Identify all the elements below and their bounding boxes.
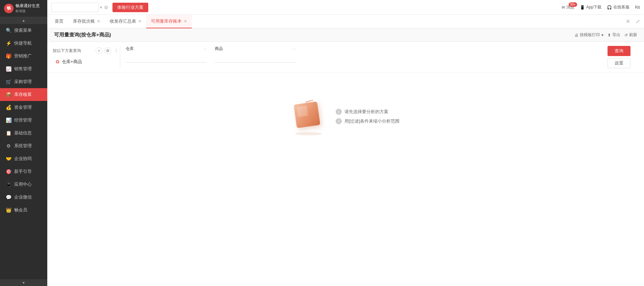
scheme-item-warehouse-product[interactable]: ♻ 仓库+商品 — [53, 57, 120, 67]
handshake-icon: 🤝 — [5, 156, 11, 162]
topbar-gear-icon[interactable]: ⚙ — [104, 5, 108, 10]
hint-text-1: 请先选择要分析的方案 — [344, 109, 388, 115]
tab-batch-ledger-label: 库存批次账 — [73, 18, 95, 24]
filter-field-warehouse-header: 仓库 ··· — [126, 46, 207, 52]
tab-batch-ledger-close[interactable]: ✕ — [97, 19, 100, 24]
sidebar-item-app-center[interactable]: 📱 应用中心 — [0, 178, 47, 191]
export-button[interactable]: ⬆ 导出 — [608, 32, 620, 38]
hint-num-2: 2 — [336, 118, 342, 124]
sidebar-item-label: 快捷导航 — [14, 40, 32, 46]
app-icon: 📱 — [5, 181, 11, 187]
wechat-icon: 💬 — [5, 194, 11, 200]
sidebar-item-label: 企业微信 — [14, 194, 32, 200]
tab-avail-ledger[interactable]: 可用量库存账本 ✕ — [146, 15, 192, 28]
shortcut-icon: ⚡ — [5, 40, 11, 46]
page-header-actions: 🖨 按模板打印 ▾ ⬆ 导出 ↺ 刷新 — [574, 32, 637, 38]
phone-icon: 📱 — [580, 5, 585, 10]
hint-item-1: 1 请先选择要分析的方案 — [336, 109, 400, 115]
gear-icon: ⚙ — [5, 143, 11, 149]
app-label: App下载 — [586, 4, 601, 10]
hint-text-2: 用[过滤]条件来缩小分析范围 — [344, 118, 400, 124]
product-label: 商品 — [215, 46, 223, 52]
sidebar-item-wechat[interactable]: 💬 企业微信 — [0, 191, 47, 204]
tab-recv-summary-close[interactable]: ✕ — [138, 19, 141, 24]
product-input[interactable] — [215, 53, 296, 62]
tab-recv-summary[interactable]: 收发存汇总表 ✕ — [105, 15, 146, 28]
sidebar-item-purchase[interactable]: 🛒 采购管理 — [0, 75, 47, 88]
warehouse-input[interactable] — [126, 53, 207, 62]
trial-button[interactable]: 体验行业方案 — [112, 3, 148, 12]
print-button[interactable]: 🖨 按模板打印 ▾ — [574, 32, 603, 38]
sidebar-scroll-up[interactable]: ▲ — [0, 17, 47, 24]
sidebar-title: 畅康通好生意 — [16, 3, 40, 9]
sidebar-item-basic[interactable]: 📋 基础信息 — [0, 127, 47, 139]
chevron-down-icon[interactable]: ▾ — [100, 5, 102, 10]
warehouse-more-icon[interactable]: ··· — [204, 47, 207, 51]
headset-icon: 🎧 — [607, 5, 612, 10]
content-area: 可用量查询(按仓库+商品) 🖨 按模板打印 ▾ ⬆ 导出 ↺ 刷新 — [47, 28, 644, 286]
filter-field-product: 商品 ··· — [215, 46, 296, 62]
tab-close-btn[interactable]: ✕ — [624, 18, 632, 25]
filter-area: 按以下方案查询 + ⚙ 《 ♻ 仓库+商品 仓库 — [47, 42, 644, 73]
sidebar-item-shortcut[interactable]: ⚡ 快捷导航 — [0, 37, 47, 50]
sidebar-header: 畅 畅康通好生意 标准版 — [0, 0, 47, 17]
sidebar-item-label: 资金管理 — [14, 104, 32, 110]
topbar-search-input[interactable] — [51, 3, 99, 12]
sidebar-item-operations[interactable]: 📊 经营管理 — [0, 114, 47, 127]
sidebar-item-marketing[interactable]: 🎁 营销推广 — [0, 50, 47, 62]
tab-recv-summary-label: 收发存汇总表 — [110, 18, 136, 24]
topbar: ▾ ⚙ 体验行业方案 ✉ 消息 99+ 📱 App下载 🎧 在线客服 Rit — [47, 0, 644, 15]
app-download-button[interactable]: 📱 App下载 — [580, 4, 601, 10]
collapse-icon[interactable]: 《 — [113, 48, 117, 54]
sidebar-item-finance[interactable]: 💰 资金管理 — [0, 101, 47, 114]
sidebar-item-label: 营销推广 — [14, 53, 32, 59]
sidebar-item-guide[interactable]: 🎯 新手引导 — [0, 165, 47, 178]
sidebar-item-enterprise[interactable]: 🤝 企业协同 — [0, 152, 47, 165]
sidebar-item-label: 基础信息 — [14, 130, 32, 136]
query-button[interactable]: 查询 — [608, 46, 630, 56]
settings-scheme-button[interactable]: ⚙ — [104, 47, 111, 54]
tab-home[interactable]: 首页 — [50, 15, 68, 28]
warehouse-label: 仓库 — [126, 46, 134, 52]
main-area: ▾ ⚙ 体验行业方案 ✉ 消息 99+ 📱 App下载 🎧 在线客服 Rit 首… — [47, 0, 644, 286]
operations-icon: 📊 — [5, 117, 11, 123]
filter-scheme-label: 按以下方案查询 — [53, 48, 81, 54]
sidebar-item-inventory[interactable]: 📦 库存核算 — [0, 88, 47, 101]
filter-scheme-panel: 按以下方案查询 + ⚙ 《 ♻ 仓库+商品 — [53, 46, 120, 68]
refresh-label: 刷新 — [629, 32, 637, 38]
guide-icon: 🎯 — [5, 168, 11, 175]
sidebar-item-member[interactable]: 👑 畅会员 — [0, 204, 47, 216]
refresh-button[interactable]: ↺ 刷新 — [624, 32, 637, 38]
message-button[interactable]: ✉ 消息 99+ — [562, 4, 574, 10]
filter-settings-button[interactable]: 设置 — [608, 58, 630, 68]
sidebar-scroll-down[interactable]: ▼ — [0, 279, 47, 286]
product-more-icon[interactable]: ··· — [293, 47, 296, 51]
service-label: 在线客服 — [613, 4, 629, 10]
query-actions: 查询 设置 — [608, 46, 633, 68]
sidebar-item-system[interactable]: ⚙ 系统管理 — [0, 139, 47, 152]
empty-illustration — [292, 100, 326, 133]
user-info[interactable]: Rit — [635, 5, 640, 10]
scheme-item-icon: ♻ — [55, 59, 60, 64]
print-chevron-icon: ▾ — [601, 33, 603, 37]
filter-fields: 仓库 ··· 商品 ··· 查询 设置 — [120, 46, 639, 68]
tab-avail-ledger-label: 可用量库存账本 — [151, 18, 182, 24]
tab-home-label: 首页 — [55, 18, 63, 24]
sidebar-item-label: 采购管理 — [14, 79, 32, 85]
empty-state: 1 请先选择要分析的方案 2 用[过滤]条件来缩小分析范围 — [47, 73, 644, 160]
filter-scheme-icons: + ⚙ 《 — [96, 47, 117, 54]
tab-expand-btn[interactable]: ⤢ — [634, 18, 641, 25]
tab-avail-ledger-close[interactable]: ✕ — [184, 19, 187, 24]
export-icon: ⬆ — [608, 33, 611, 37]
hint-item-2: 2 用[过滤]条件来缩小分析范围 — [336, 118, 400, 124]
topbar-search-area: ▾ ⚙ — [51, 3, 108, 12]
sidebar-item-search[interactable]: 🔍 搜索菜单 — [0, 24, 47, 37]
tab-batch-ledger[interactable]: 库存批次账 ✕ — [68, 15, 105, 28]
sidebar-item-label: 经营管理 — [14, 117, 32, 123]
customer-service-button[interactable]: 🎧 在线客服 — [607, 4, 629, 10]
refresh-icon: ↺ — [624, 33, 628, 37]
empty-state-content: 1 请先选择要分析的方案 2 用[过滤]条件来缩小分析范围 — [292, 100, 400, 133]
page-header: 可用量查询(按仓库+商品) 🖨 按模板打印 ▾ ⬆ 导出 ↺ 刷新 — [47, 28, 644, 42]
sidebar-item-sales[interactable]: 📈 销售管理 — [0, 62, 47, 75]
add-scheme-button[interactable]: + — [96, 47, 102, 54]
